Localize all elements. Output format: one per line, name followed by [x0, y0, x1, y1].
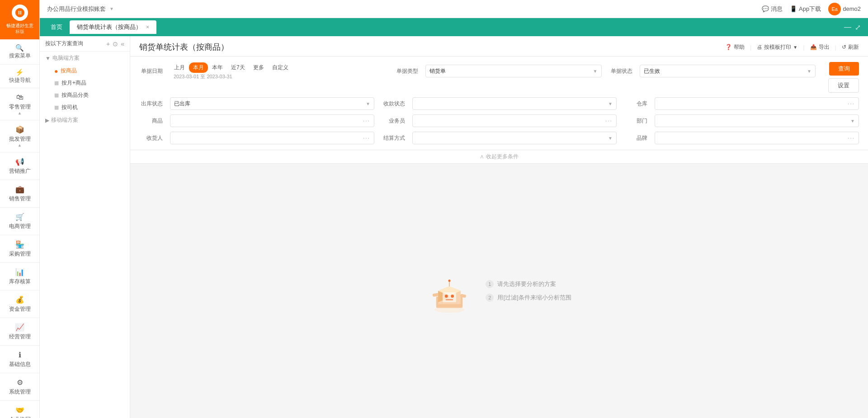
empty-hint-2: 2 用[过滤]条件来缩小分析范围	[486, 294, 571, 302]
receiver-dots-icon: ···	[363, 135, 370, 141]
sidebar-item-retail[interactable]: 🛍 零售管理 ▲	[0, 88, 39, 120]
sidebar-item-operations[interactable]: 📈 经营管理	[0, 318, 39, 346]
tab-bar: 首页 销货单统计表（按商品） × — ⤢	[40, 18, 868, 36]
settings-button[interactable]: 设置	[828, 78, 859, 93]
doc-status-select[interactable]: 已生效 ▼	[640, 65, 816, 77]
add-scheme-button[interactable]: +	[106, 40, 110, 48]
desktop-arrow-icon: ▼	[45, 55, 51, 62]
svg-rect-6	[443, 292, 456, 302]
warehouse-status-select[interactable]: 已出库 ▼	[170, 97, 374, 110]
department-dropdown-icon: ▼	[850, 119, 855, 124]
ecommerce-icon: 🛒	[15, 212, 24, 221]
sidebar-search[interactable]: 🔍 搜索菜单	[0, 39, 39, 65]
scheme-by-month-goods[interactable]: ▦ 按月+商品	[49, 77, 130, 89]
svg-point-7	[445, 294, 448, 298]
filter-area: 单据日期 上月 本月 本年 近7天 更多 自定义 20	[130, 57, 868, 150]
date-btn-this-year[interactable]: 本年	[208, 62, 227, 73]
scheme-category-label: 按商品分类	[61, 91, 89, 99]
sidebar-item-ecommerce[interactable]: 🛒 电商管理	[0, 208, 39, 235]
date-buttons: 上月 本月 本年 近7天 更多 自定义	[170, 62, 387, 73]
warehouse-select[interactable]: ···	[655, 97, 859, 110]
brand-select[interactable]: ···	[655, 132, 859, 144]
payment-status-select[interactable]: ▼	[412, 97, 617, 110]
tab-bar-actions: — ⤢	[844, 23, 864, 32]
sidebar-item-sales[interactable]: 💼 销售管理	[0, 180, 39, 208]
help-button[interactable]: ❓ 帮助	[725, 43, 745, 51]
scheme-by-category[interactable]: ▦ 按商品分类	[49, 89, 130, 101]
refresh-icon: ↺	[842, 44, 846, 50]
department-filter-group: 部门 ▼	[624, 114, 859, 127]
salesman-filter-group: 业务员 ···	[382, 114, 617, 127]
refresh-label: 刷新	[848, 43, 859, 51]
svg-point-8	[451, 294, 454, 298]
system-icon: ⚙	[15, 378, 24, 387]
department-select[interactable]: ▼	[655, 114, 859, 127]
mobile-section-title[interactable]: ▶ 移动端方案	[40, 114, 130, 127]
retail-icon: 🛍	[15, 93, 24, 102]
warehouse-status-dropdown-icon: ▼	[366, 101, 370, 106]
template-print-button[interactable]: 🖨 按模板打印 ▼	[757, 43, 797, 51]
empty-illustration	[427, 268, 472, 314]
date-btn-7days[interactable]: 近7天	[227, 62, 249, 73]
user-name: demo2	[843, 5, 861, 12]
system-label: 系统管理	[9, 388, 31, 396]
payment-method-select[interactable]: ▼	[412, 132, 617, 144]
marketing-icon: 📢	[15, 157, 24, 166]
content-wrapper: 按以下方案查询 + ⊙ « ▼ 电脑端方案 ● 按商品 ▦ 按月+	[40, 36, 868, 418]
sidebar-item-enterprise[interactable]: 🤝 企业协同	[0, 401, 39, 418]
settings-scheme-button[interactable]: ⊙	[113, 40, 118, 48]
date-btn-this-month[interactable]: 本月	[189, 62, 208, 73]
app-download-button[interactable]: 📱 App下载	[790, 5, 821, 13]
refresh-button[interactable]: ↺ 刷新	[842, 43, 859, 51]
basic-label: 基础信息	[9, 361, 31, 368]
sidebar-item-marketing[interactable]: 📢 营销推广	[0, 152, 39, 180]
operations-label: 经营管理	[9, 333, 31, 341]
tab-active[interactable]: 销货单统计表（按商品） ×	[70, 20, 156, 34]
sidebar-item-system[interactable]: ⚙ 系统管理	[0, 373, 39, 401]
sidebar-item-basic[interactable]: ℹ 基础信息	[0, 346, 39, 373]
desktop-section-label: 电脑端方案	[52, 54, 80, 62]
date-btn-more[interactable]: 更多	[249, 62, 268, 73]
sidebar-item-wholesale[interactable]: 📦 批发管理 ▲	[0, 120, 39, 152]
sidebar-item-finance[interactable]: 💰 资金管理	[0, 290, 39, 318]
date-btn-last-month[interactable]: 上月	[170, 62, 189, 73]
query-button[interactable]: 查询	[829, 62, 859, 76]
date-btn-custom[interactable]: 自定义	[268, 62, 292, 73]
payment-method-dropdown-icon: ▼	[608, 136, 613, 141]
tab-close-button[interactable]: ×	[146, 24, 149, 30]
warehouse-label: 仓库	[624, 100, 647, 108]
top-bar-right: 💬 消息 📱 App下载 Ea demo2	[762, 3, 861, 15]
tab-maximize-button[interactable]: ⤢	[855, 23, 861, 32]
message-button[interactable]: 💬 消息	[762, 5, 783, 13]
workspace-dropdown-icon[interactable]: ▼	[109, 6, 114, 11]
doc-type-filter-group: 单据类型 销货单 ▼	[395, 65, 602, 77]
goods-label: 商品	[139, 117, 163, 125]
tab-minimize-button[interactable]: —	[844, 23, 851, 31]
search-label: 搜索菜单	[9, 52, 31, 60]
desktop-section-title[interactable]: ▼ 电脑端方案	[40, 52, 130, 65]
export-button[interactable]: 📤 导出	[810, 43, 830, 51]
sidebar-quick-nav[interactable]: ⚡ 快捷导航	[0, 65, 39, 88]
collapse-more-button[interactable]: ∧ 收起更多条件	[130, 150, 868, 164]
purchase-label: 采购管理	[9, 250, 31, 258]
collapse-panel-button[interactable]: «	[121, 40, 124, 48]
tab-home[interactable]: 首页	[43, 20, 70, 34]
panel-actions: + ⊙ «	[106, 40, 124, 48]
scheme-by-goods[interactable]: ● 按商品	[49, 65, 130, 77]
receiver-select[interactable]: ···	[170, 132, 374, 144]
message-label: 消息	[771, 5, 783, 13]
scheme-month-goods-label: 按月+商品	[61, 79, 86, 87]
app-subtext: 标版	[15, 28, 24, 35]
date-range-display: 2023-03-01 至 2023-03-31	[174, 73, 387, 80]
sidebar-item-inventory[interactable]: 📊 库存核算	[0, 263, 39, 290]
sidebar-item-purchase[interactable]: 🏪 采购管理	[0, 235, 39, 263]
receiver-filter-group: 收货人 ···	[139, 132, 374, 144]
salesman-dots-icon: ···	[605, 118, 613, 124]
user-profile[interactable]: Ea demo2	[828, 3, 861, 15]
doc-type-select[interactable]: 销货单 ▼	[425, 65, 602, 77]
doc-type-label: 单据类型	[395, 67, 418, 75]
scheme-by-driver[interactable]: ▦ 按司机	[49, 101, 130, 114]
doc-type-value: 销货单	[429, 67, 446, 75]
salesman-select[interactable]: ···	[412, 114, 617, 127]
goods-select[interactable]: ···	[170, 114, 374, 127]
